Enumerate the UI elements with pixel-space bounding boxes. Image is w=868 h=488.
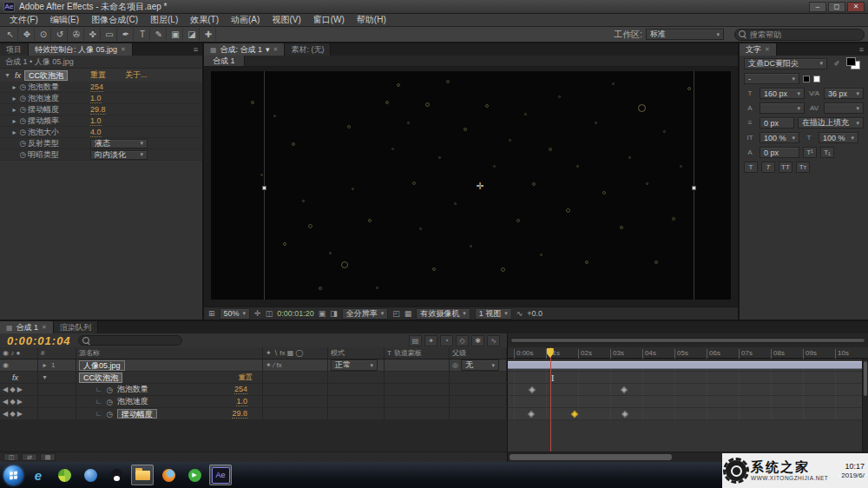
fill-color-swatch[interactable] [846, 57, 860, 69]
layer-handle[interactable] [262, 186, 266, 190]
leading-select[interactable]: ▾ [760, 102, 805, 114]
keyframe-diamond[interactable] [621, 411, 628, 418]
live-update-icon[interactable]: ✦ [424, 335, 437, 346]
taskbar-ie-icon[interactable]: e [27, 465, 49, 485]
resolution-select[interactable]: 全分辨率 ▾ [342, 308, 389, 320]
stopwatch-icon[interactable]: ◷ [18, 105, 28, 114]
stopwatch-icon[interactable]: ◷ [105, 386, 115, 394]
reset-link[interactable]: 重置 [239, 373, 253, 382]
menu-window[interactable]: 窗口(W) [307, 14, 351, 26]
clone-stamp-tool-icon[interactable]: ▣ [168, 28, 183, 41]
mode-column[interactable]: 模式 [328, 347, 385, 359]
exposure-value[interactable]: +0.0 [527, 309, 542, 318]
region-of-interest-icon[interactable]: ◰ [392, 309, 400, 318]
scrollbar-handle[interactable] [510, 454, 672, 460]
font-family-select[interactable]: 文鼎DC黄阳尖 ▾ [744, 58, 827, 69]
tab-footage[interactable]: 素材: (无) [285, 43, 331, 56]
eyedropper-icon[interactable]: ✐ [831, 60, 843, 68]
stroke-width-select[interactable]: 0 px [760, 117, 794, 129]
kerning-select[interactable]: 36 px ▾ [824, 88, 864, 99]
parent-select[interactable]: 无▾ [461, 359, 499, 371]
menu-animation[interactable]: 动画(A) [225, 14, 266, 26]
start-button[interactable] [3, 465, 23, 485]
layer-row[interactable]: ◉ ▸1 人像05.jpg ✦ ∕ fx 正常▾ ◎无▾ [0, 359, 868, 372]
toggle-switches-modes-icon[interactable]: ⇄ [22, 453, 37, 461]
current-timecode[interactable]: 0:00:01:04 [0, 334, 78, 347]
keyframe-navigator[interactable]: ◀ ◆ ▶ [0, 384, 38, 395]
composition-viewer[interactable]: ✛ [204, 67, 738, 307]
font-style-select[interactable]: - ▾ [744, 73, 799, 84]
taskbar-media-app-icon[interactable]: ▶ [183, 465, 206, 485]
menu-file[interactable]: 文件(F) [3, 14, 44, 26]
menu-layer[interactable]: 图层(L) [144, 14, 184, 26]
layer-name[interactable]: 人像05.jpg [79, 360, 125, 371]
keyframe-navigator[interactable]: ◀ ◆ ▶ [0, 408, 38, 419]
keyframe-diamond[interactable] [528, 411, 535, 418]
property-value[interactable]: 254 [234, 385, 247, 394]
taskbar-firefox-icon[interactable] [157, 465, 180, 485]
layer-track[interactable] [508, 359, 868, 372]
keyframe-track[interactable] [508, 408, 868, 420]
property-value[interactable]: 1.0 [236, 397, 247, 406]
tab-character[interactable]: 文字 ✕ [740, 43, 777, 56]
timeline-vertical-scrollbar[interactable] [862, 359, 868, 452]
twirl-open-icon[interactable]: ▾ [41, 373, 49, 381]
stopwatch-icon[interactable]: ◷ [18, 116, 28, 125]
twirl-closed-icon[interactable]: ▸ [10, 129, 18, 136]
font-size-select[interactable]: 160 px ▾ [760, 88, 805, 99]
close-icon[interactable]: ✕ [42, 324, 47, 331]
vertical-scale-select[interactable]: 100 % ▾ [760, 132, 799, 143]
motion-blur-icon[interactable]: ✱ [471, 335, 484, 346]
close-button[interactable]: ✕ [847, 2, 865, 12]
effect-row[interactable]: fx ▾ CC吹泡泡重置 I [0, 372, 868, 384]
twirl-open-icon[interactable]: ▾ [3, 71, 11, 79]
twirl-closed-icon[interactable]: ▸ [10, 95, 18, 102]
faux-bold-button[interactable]: T [744, 162, 758, 173]
stopwatch-icon[interactable]: ◷ [18, 139, 28, 148]
property-row[interactable]: ◀ ◆ ▶ ∟◷泡泡数量254 [0, 384, 868, 396]
transparency-grid-icon[interactable]: ▦ [404, 309, 412, 318]
keyframe-track[interactable] [508, 384, 868, 396]
panel-menu-icon[interactable]: ≡ [189, 43, 202, 56]
expand-transfer-controls-icon[interactable]: ▤ [40, 453, 56, 461]
subscript-button[interactable]: T₁ [820, 147, 834, 158]
scrollbar-handle[interactable] [864, 361, 867, 396]
time-navigator[interactable] [508, 333, 868, 347]
type-tool-icon[interactable]: T [135, 28, 150, 41]
tab-render-queue[interactable]: 渲染队列 [54, 321, 98, 333]
menu-view[interactable]: 视图(V) [266, 14, 306, 26]
maximize-button[interactable]: ◻ [828, 2, 845, 12]
property-row[interactable]: ◀ ◆ ▶ ∟◷摆动幅度29.8 [0, 408, 868, 420]
time-navigator-bar[interactable] [510, 338, 865, 343]
menu-effect[interactable]: 效果(T) [184, 14, 225, 26]
small-caps-button[interactable]: Tт [796, 162, 810, 173]
all-caps-button[interactable]: TT [779, 162, 792, 173]
taskbar-clock[interactable]: 10:17 2019/6/ [841, 462, 865, 479]
black-swatch[interactable] [803, 76, 810, 82]
parent-column[interactable]: 父级 [450, 347, 507, 359]
param-value[interactable]: 254 [90, 82, 103, 92]
grid-icon[interactable]: ⊞ [208, 309, 215, 318]
zoom-tool-icon[interactable]: ⊙ [36, 28, 51, 41]
about-link[interactable]: 关于... [125, 69, 148, 81]
reset-link[interactable]: 重置 [90, 69, 106, 81]
layer-duration-bar[interactable] [508, 361, 868, 369]
show-snapshot-icon[interactable]: ◨ [330, 309, 338, 318]
mask-toggle-icon[interactable]: ◫ [266, 309, 273, 318]
workspace-select[interactable]: 标准 ▾ [646, 29, 724, 40]
effect-track[interactable]: I [508, 372, 868, 384]
close-icon[interactable]: ✕ [765, 46, 770, 53]
expand-layer-switches-icon[interactable]: ◫ [3, 453, 19, 461]
param-value[interactable]: 29.8 [90, 105, 106, 115]
param-select[interactable]: 向内淡化 ▾ [90, 150, 148, 160]
frame-blend-icon[interactable]: ◇ [456, 335, 469, 346]
taskbar-explorer-icon[interactable] [131, 465, 154, 485]
close-icon[interactable]: ✕ [273, 46, 279, 53]
keyframe-diamond[interactable] [529, 386, 536, 393]
layer-anchor-point[interactable]: ✛ [476, 181, 483, 192]
help-search-input[interactable] [750, 30, 845, 39]
tab-timeline-comp[interactable]: ▦ 合成 1 ✕ [0, 321, 54, 333]
shy-layers-icon[interactable]: ◔ [440, 335, 453, 346]
tab-composition[interactable]: ▦ 合成: 合成 1 ▾ ✕ [204, 43, 285, 56]
eraser-tool-icon[interactable]: ◪ [185, 28, 200, 41]
